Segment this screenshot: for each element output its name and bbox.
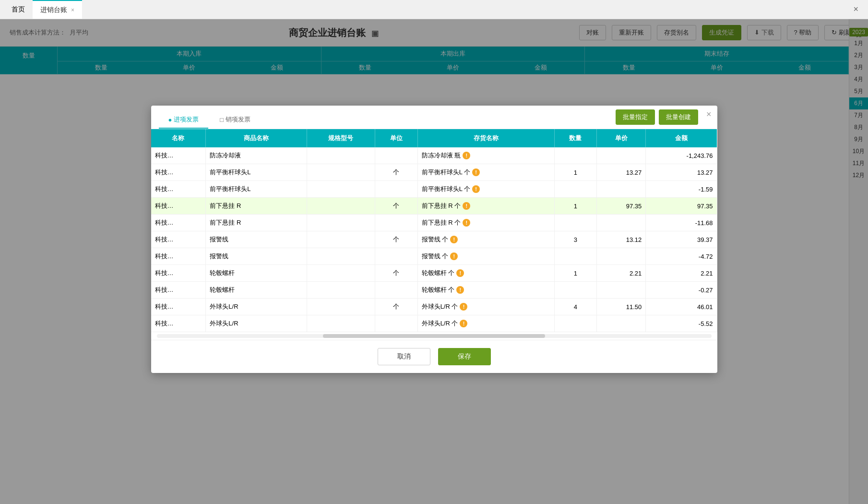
table-cell: 科技… xyxy=(151,265,206,282)
table-cell: 报警线 xyxy=(206,248,307,265)
warning-icon: ! xyxy=(463,202,470,210)
table-cell: 11.50 xyxy=(597,299,646,315)
table-cell xyxy=(307,265,375,282)
table-cell: 报警线 个! xyxy=(417,231,554,248)
table-cell xyxy=(554,215,597,231)
table-cell xyxy=(597,282,646,299)
table-row: 科技…轮毂螺杆轮毂螺杆 个!-0.27 xyxy=(151,282,717,299)
main-content: 销售成本计算方法： 月平均 商贸企业进销台账 ▣ 对账 重新开账 存货别名 生成… xyxy=(0,19,868,504)
table-cell: 4 xyxy=(554,299,597,315)
table-cell xyxy=(375,315,418,332)
modal-table-container: 名称 商品名称 规格型号 单位 存货名称 数量 单价 金额 科技…防冻冷却液防冻… xyxy=(151,129,717,332)
th-product: 商品名称 xyxy=(206,129,307,147)
tab-home[interactable]: 首页 xyxy=(4,0,33,19)
tab-sales-invoice[interactable]: □ 销项发票 xyxy=(210,111,260,129)
table-cell xyxy=(554,181,597,198)
table-cell: 个 xyxy=(375,231,418,248)
table-cell: -0.27 xyxy=(646,282,717,299)
table-cell: 46.01 xyxy=(646,299,717,315)
table-cell: 防冻冷却液 xyxy=(206,147,307,164)
warning-icon: ! xyxy=(460,320,467,327)
table-row: 科技…前平衡杆球头L前平衡杆球头L 个!-1.59 xyxy=(151,181,717,198)
warning-icon: ! xyxy=(463,219,470,227)
table-cell xyxy=(307,198,375,215)
table-cell: 1 xyxy=(554,164,597,181)
table-cell xyxy=(375,147,418,164)
modal-dialog: ● 进项发票 □ 销项发票 批量指定 批量创建 × 名称 xyxy=(151,106,717,373)
modal-footer: 取消 保存 xyxy=(151,340,717,373)
tab-bar: 首页 进销台账 × × xyxy=(0,0,868,19)
th-amount: 金额 xyxy=(646,129,717,147)
table-cell xyxy=(597,181,646,198)
table-cell: 科技… xyxy=(151,198,206,215)
table-cell: 轮毂螺杆 xyxy=(206,282,307,299)
save-button[interactable]: 保存 xyxy=(438,348,491,365)
batch-create-button[interactable]: 批量创建 xyxy=(659,109,698,125)
table-cell: 13.27 xyxy=(646,164,717,181)
table-cell xyxy=(597,147,646,164)
table-cell: 科技… xyxy=(151,147,206,164)
warning-icon: ! xyxy=(456,269,464,277)
table-cell: 外球头L/R xyxy=(206,299,307,315)
table-cell: 前平衡杆球头L 个! xyxy=(417,164,554,181)
batch-assign-button[interactable]: 批量指定 xyxy=(616,109,655,125)
table-cell xyxy=(307,315,375,332)
cancel-button[interactable]: 取消 xyxy=(378,348,430,365)
table-cell xyxy=(554,282,597,299)
table-cell: 防冻冷却液 瓶! xyxy=(417,147,554,164)
table-cell: 2.21 xyxy=(597,265,646,282)
table-cell xyxy=(307,299,375,315)
warning-icon: ! xyxy=(460,303,467,311)
table-cell xyxy=(307,248,375,265)
table-cell xyxy=(554,315,597,332)
table-cell xyxy=(375,282,418,299)
table-cell: 39.37 xyxy=(646,231,717,248)
modal-header: ● 进项发票 □ 销项发票 批量指定 批量创建 × xyxy=(151,106,717,129)
warning-icon: ! xyxy=(450,236,458,243)
table-cell xyxy=(375,215,418,231)
table-row: 科技…外球头L/R个外球头L/R 个!411.5046.01 xyxy=(151,299,717,315)
table-cell: 科技… xyxy=(151,164,206,181)
table-cell: 外球头L/R 个! xyxy=(417,299,554,315)
table-cell: 3 xyxy=(554,231,597,248)
horizontal-scrollbar[interactable] xyxy=(151,332,717,340)
table-cell: -5.52 xyxy=(646,315,717,332)
table-cell: 个 xyxy=(375,299,418,315)
table-cell: 报警线 xyxy=(206,231,307,248)
table-cell: 个 xyxy=(375,198,418,215)
modal-overlay: ● 进项发票 □ 销项发票 批量指定 批量创建 × 名称 xyxy=(0,19,868,504)
table-cell: 科技… xyxy=(151,315,206,332)
warning-icon: ! xyxy=(472,185,480,193)
table-row: 科技…报警线个报警线 个!313.1239.37 xyxy=(151,231,717,248)
table-cell xyxy=(375,181,418,198)
window-close-button[interactable]: × xyxy=(847,4,864,14)
table-cell: 前平衡杆球头L xyxy=(206,181,307,198)
table-cell: -1.59 xyxy=(646,181,717,198)
table-cell xyxy=(597,248,646,265)
table-row: 科技…轮毂螺杆个轮毂螺杆 个!12.212.21 xyxy=(151,265,717,282)
table-cell: 前下悬挂 R 个! xyxy=(417,215,554,231)
table-cell xyxy=(597,215,646,231)
tab-ledger[interactable]: 进销台账 × xyxy=(33,0,82,19)
table-cell: 报警线 个! xyxy=(417,248,554,265)
th-unit: 单位 xyxy=(375,129,418,147)
table-cell: 外球头L/R 个! xyxy=(417,315,554,332)
table-cell: 轮毂螺杆 个! xyxy=(417,282,554,299)
table-cell xyxy=(307,147,375,164)
table-cell: 科技… xyxy=(151,215,206,231)
table-cell xyxy=(375,248,418,265)
table-cell: 97.35 xyxy=(597,198,646,215)
warning-icon: ! xyxy=(450,252,458,260)
th-spec: 规格型号 xyxy=(307,129,375,147)
table-cell: 前下悬挂 R 个! xyxy=(417,198,554,215)
table-cell: 前平衡杆球头L xyxy=(206,164,307,181)
table-cell xyxy=(307,164,375,181)
tab-purchase-invoice[interactable]: ● 进项发票 xyxy=(159,111,209,129)
table-cell xyxy=(554,248,597,265)
table-cell: 97.35 xyxy=(646,198,717,215)
modal-close-button[interactable]: × xyxy=(706,109,712,120)
table-cell xyxy=(307,215,375,231)
table-cell: 13.27 xyxy=(597,164,646,181)
table-cell: 个 xyxy=(375,164,418,181)
tab-close-icon[interactable]: × xyxy=(71,7,74,13)
